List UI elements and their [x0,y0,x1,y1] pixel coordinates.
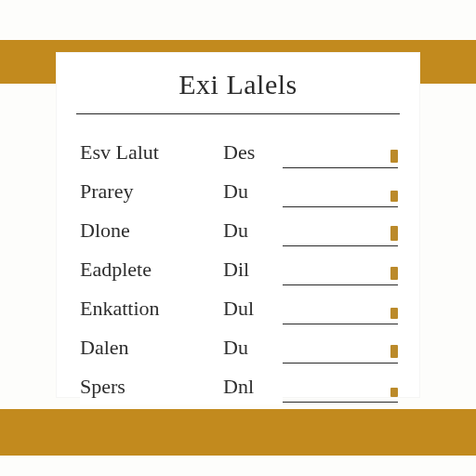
list: Esv Lalut Des Prarey Du Dlone Du Eadplet… [56,114,420,404]
row-label-mid: Dul [218,297,283,326]
row-mark [377,345,398,365]
row-label-mid: Du [218,179,283,209]
row-mark [377,384,398,404]
list-row: Spers Dnl [80,365,398,404]
row-mark [377,306,398,326]
list-row: Esv Lalut Des [80,131,398,170]
row-label-mid: Dnl [218,375,283,404]
row-label-left: Esv Lalut [80,140,218,170]
row-label-mid: Du [218,336,283,365]
title-wrap: Exi Lalels [56,52,420,108]
row-label-mid: Du [218,218,283,248]
row-label-left: Eadplete [80,258,218,287]
list-row: Prarey Du [80,170,398,209]
content-panel: Exi Lalels Esv Lalut Des Prarey Du Dlone… [56,52,420,398]
footer-band [0,409,476,456]
row-mark [377,189,398,209]
row-label-mid: Des [218,140,283,170]
list-row: Eadplete Dil [80,248,398,287]
page-title: Exi Lalels [56,69,420,100]
row-mark [377,226,398,248]
list-row: Dlone Du [80,209,398,248]
row-label-left: Enkattion [80,297,218,326]
row-mark [377,150,398,170]
row-label-mid: Dil [218,258,283,287]
list-row: Dalen Du [80,326,398,365]
row-mark [377,267,398,287]
row-label-left: Dlone [80,218,218,248]
row-label-left: Spers [80,375,218,404]
row-label-left: Prarey [80,179,218,209]
row-label-left: Dalen [80,336,218,365]
list-row: Enkattion Dul [80,287,398,326]
